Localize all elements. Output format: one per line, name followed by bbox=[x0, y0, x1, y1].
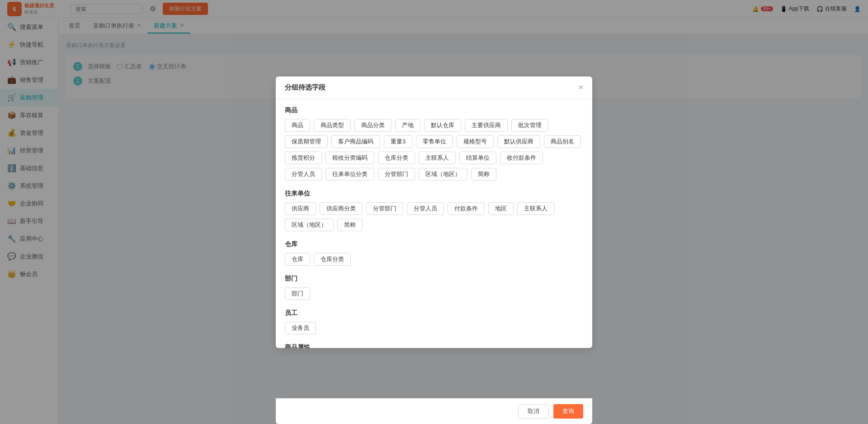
modal-header: 分组待选字段 × bbox=[276, 76, 592, 99]
modal-close-button[interactable]: × bbox=[578, 83, 583, 92]
modal-overlay[interactable]: 分组待选字段 × 商品 商品 商品类型 商品分类 产地 默认仓库 主要供应商 批… bbox=[0, 0, 868, 105]
modal-body: 商品 商品 商品类型 商品分类 产地 默认仓库 主要供应商 批次管理 保质期管理… bbox=[276, 99, 592, 106]
modal-title: 分组待选字段 bbox=[285, 83, 326, 92]
field-select-modal: 分组待选字段 × 商品 商品 商品类型 商品分类 产地 默认仓库 主要供应商 批… bbox=[276, 76, 592, 106]
